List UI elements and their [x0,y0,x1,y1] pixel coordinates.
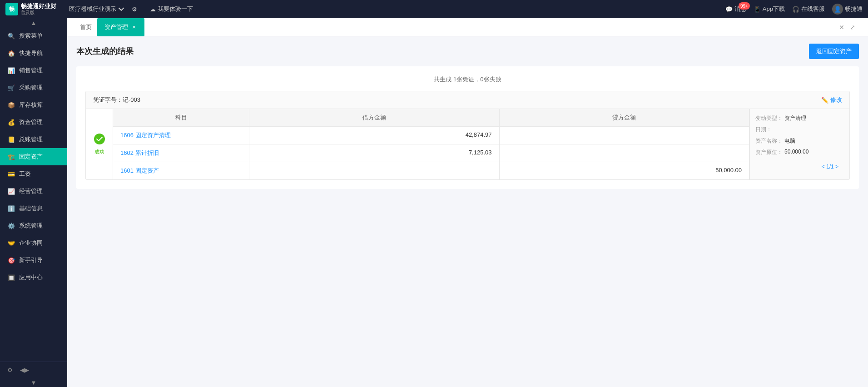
sidebar-item-sysmanage[interactable]: ⚙️ 系统管理 [0,217,67,234]
sidebar-item-enterprise[interactable]: 🤝 企业协同 [0,234,67,252]
home-icon: 🏠 [7,49,15,57]
customer-service-btn[interactable]: 🎧 在线客服 [792,5,825,13]
main: 首页 资产管理 × ✕ ⤢ 本次生成的结果 返回固定资产 共生成 1张凭证，0张… [67,18,868,387]
header-credit: 贷方金额 [500,109,750,126]
sidebar-item-quicknav[interactable]: 🏠 快捷导航 [0,45,67,62]
asset-name-label: 资产名称： [755,137,783,145]
window-close-btn[interactable]: ✕ [837,23,846,32]
footer-settings-icon[interactable]: ⚙ [7,367,13,373]
change-type-label: 变动类型： [755,114,783,122]
sidebar-item-appcenter[interactable]: 🔲 应用中心 [0,269,67,286]
page-header: 本次生成的结果 返回固定资产 [76,44,859,59]
row1-debit: 42,874.97 [249,127,500,144]
header-account: 科目 [113,109,249,126]
sidebar-footer: ⚙ ◀▶ [0,362,67,378]
sidebar-item-inventory[interactable]: 📦 库存核算 [0,96,67,114]
side-info-panel: 变动类型： 资产清理 日期： 资产名称： 电脑 [749,109,849,179]
success-icon [94,133,105,148]
row3-credit: 50,000.00 [500,162,750,179]
inventory-icon: 📦 [7,101,15,109]
sidebar-item-payroll[interactable]: 💳 工资 [0,165,67,183]
row3-debit [249,162,500,179]
messages-badge: 99+ [739,2,750,10]
search-icon: 🔍 [7,32,15,40]
tab-home[interactable]: 首页 [74,18,97,36]
tab-bar-right: ✕ ⤢ [833,23,861,32]
svg-point-0 [94,134,105,144]
sidebar-item-ledger[interactable]: 📒 总账管理 [0,131,67,148]
sidebar-item-guide[interactable]: 🎯 新手引导 [0,252,67,269]
change-type-row: 变动类型： 资产清理 [755,114,844,122]
sidebar-item-purchase[interactable]: 🛒 采购管理 [0,79,67,96]
tab-asset-management[interactable]: 资产管理 × [97,18,144,36]
sidebar: ▲ 🔍 搜索菜单 🏠 快捷导航 📊 销售管理 🛒 采购管理 📦 库存核算 💰 资… [0,18,67,387]
row2-credit [500,144,750,162]
voucher-header: 凭证字号：记-003 ✏️ 修改 [86,91,849,109]
brand-icon: 畅 [5,3,18,15]
original-value-value: 50,000.00 [784,149,808,156]
header-debit: 借方金额 [249,109,500,126]
appcenter-icon: 🔲 [7,273,15,282]
table-header: 科目 借方金额 贷方金额 [113,109,749,126]
page-title: 本次生成的结果 [76,46,134,57]
sidebar-item-sales[interactable]: 📊 销售管理 [0,62,67,79]
layout: ▲ 🔍 搜索菜单 🏠 快捷导航 📊 销售管理 🛒 采购管理 📦 库存核算 💰 资… [0,18,868,387]
result-summary: 共生成 1张凭证，0张失败 [85,75,850,84]
ledger-icon: 📒 [7,135,15,144]
row2-account[interactable]: 1602 累计折旧 [113,144,249,162]
sidebar-item-basicinfo[interactable]: ℹ️ 基础信息 [0,200,67,217]
settings-icon[interactable]: ⚙ [132,6,137,13]
brand: 畅 畅捷通好业财 普及版 [5,3,56,15]
voucher-card: 凭证字号：记-003 ✏️ 修改 [85,91,850,180]
topbar: 畅 畅捷通好业财 普及版 医疗器械行业演示 ⚙ ☁ 我要体验一下 💬 消息 99… [0,0,868,18]
date-row: 日期： [755,126,844,134]
user-menu[interactable]: 👤 畅捷通 [832,4,863,15]
brand-text: 畅捷通好业财 普及版 [21,3,56,15]
footer-toggle-icon[interactable]: ◀▶ [20,367,29,373]
edit-icon: ✏️ [821,97,828,104]
table-row: 1601 固定资产 50,000.00 [113,162,749,179]
pagination: < 1/1 > [755,160,844,174]
voucher-number: 凭证字号：记-003 [93,96,140,104]
purchase-icon: 🛒 [7,84,15,92]
pagination-text[interactable]: < 1/1 > [822,164,838,170]
sidebar-item-search[interactable]: 🔍 搜索菜单 [0,27,67,45]
edit-button[interactable]: ✏️ 修改 [821,96,842,104]
sidebar-item-fixedasset[interactable]: 🏗️ 固定资产 [0,148,67,165]
tabbar: 首页 资产管理 × ✕ ⤢ [67,18,868,36]
tab-close-icon[interactable]: × [131,24,137,30]
status-column: 成功 [86,109,113,179]
row1-credit [500,127,750,144]
sidebar-item-capital[interactable]: 💰 资金管理 [0,114,67,131]
experience-btn[interactable]: ☁ 我要体验一下 [150,5,193,13]
fixedasset-icon: 🏗️ [7,153,15,161]
change-type-value: 资产清理 [784,114,806,122]
date-label: 日期： [755,126,772,134]
original-value-label: 资产原值： [755,149,783,156]
messages-btn[interactable]: 💬 消息 99+ [725,5,746,13]
sales-icon: 📊 [7,66,15,74]
content: 本次生成的结果 返回固定资产 共生成 1张凭证，0张失败 凭证字号：记-003 … [67,36,868,387]
sidebar-scroll-up[interactable]: ▲ [0,18,67,27]
company-selector[interactable]: 医疗器械行业演示 [69,5,124,13]
row1-account[interactable]: 1606 固定资产清理 [113,127,249,144]
chevron-down-icon [118,6,124,12]
enterprise-icon: 🤝 [7,239,15,247]
row2-debit: 7,125.03 [249,144,500,162]
sidebar-item-management[interactable]: 📈 经营管理 [0,183,67,200]
return-button[interactable]: 返回固定资产 [809,44,859,59]
sidebar-scroll-down[interactable]: ▼ [0,378,67,387]
table-row: 1606 固定资产清理 42,874.97 [113,126,749,144]
window-expand-btn[interactable]: ⤢ [848,23,857,32]
basicinfo-icon: ℹ️ [7,204,15,213]
result-panel: 共生成 1张凭证，0张失败 凭证字号：记-003 ✏️ 修改 [76,66,859,189]
sysmanage-icon: ⚙️ [7,222,15,230]
app-download-btn[interactable]: 📱 App下载 [754,5,785,13]
asset-name-value: 电脑 [784,137,795,145]
row3-account[interactable]: 1601 固定资产 [113,162,249,179]
success-indicator: 成功 [89,129,110,160]
window-controls: ✕ ⤢ [833,23,861,32]
avatar: 👤 [832,4,843,15]
guide-icon: 🎯 [7,256,15,264]
topbar-right: 💬 消息 99+ 📱 App下载 🎧 在线客服 👤 畅捷通 [725,4,863,15]
